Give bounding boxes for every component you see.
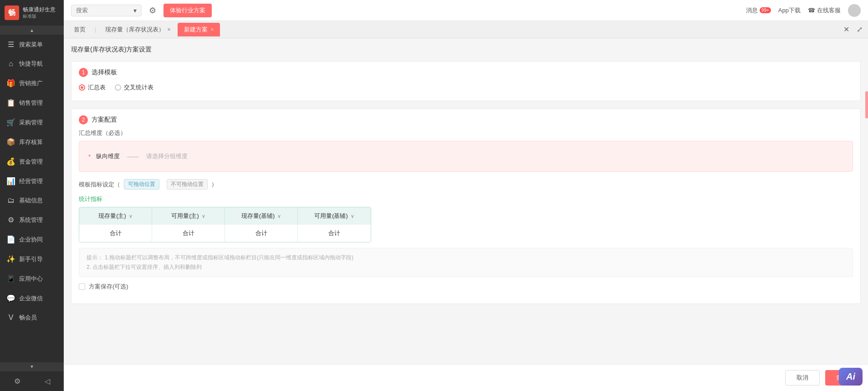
sidebar-item-finance[interactable]: 💰 资金管理 [0, 152, 64, 171]
app-center-icon: 📱 [6, 274, 15, 283]
sidebar-item-vip[interactable]: V 畅会员 [0, 308, 64, 327]
save-option: 方案保存(可选) [79, 277, 853, 296]
tab-new-scheme-close[interactable]: × [210, 26, 214, 33]
sidebar-item-label: 企业协同 [19, 236, 43, 244]
sidebar-item-quick-nav[interactable]: ⌂ 快捷导航 [0, 54, 64, 73]
summary-dimension-label: 汇总维度（必选） [79, 129, 853, 137]
tab-home[interactable]: 首页 [67, 23, 92, 36]
online-service-label: 在线客服 [817, 6, 841, 15]
sidebar-scroll-up[interactable]: ▲ [0, 26, 64, 35]
dimension-area[interactable]: * 纵向维度 —— 请选择分组维度 [79, 141, 853, 172]
step2-badge: 2 [79, 115, 88, 124]
window-controls: ✕ ⤢ [842, 25, 864, 34]
sidebar-item-base-info[interactable]: 🗂 基础信息 [0, 191, 64, 210]
home-icon: ⌂ [6, 60, 15, 68]
search-dropdown-button[interactable]: ▾ [133, 7, 137, 14]
tab-new-scheme[interactable]: 新建方案 × [178, 23, 220, 36]
trial-button[interactable]: 体验行业方案 [163, 4, 212, 17]
sidebar-item-label: 快捷导航 [19, 60, 43, 68]
tab-new-scheme-label: 新建方案 [184, 26, 208, 34]
sidebar-item-marketing[interactable]: 🎁 营销推广 [0, 73, 64, 93]
inventory-icon: 📦 [6, 138, 15, 146]
search-input[interactable] [76, 7, 131, 14]
sidebar-item-operations[interactable]: 📊 经营管理 [0, 171, 64, 191]
online-service-item[interactable]: ☎ 在线客服 [808, 6, 841, 15]
step1-title: 选择模板 [92, 68, 117, 77]
tip-title-label: 提示： [87, 254, 103, 262]
sidebar-item-label: 企业微信 [19, 294, 43, 303]
step2-body: 汇总维度（必选） * 纵向维度 —— 请选择分组维度 模板指标设定（ 可拖动位置… [71, 129, 860, 304]
col-summary-1: 合计 [183, 229, 194, 237]
col-body-3: 合计 [298, 225, 371, 242]
col-summary-2: 合计 [255, 229, 267, 237]
col-header-2[interactable]: 现存量(基辅) ∨ [225, 207, 298, 225]
sidebar-item-label: 采购管理 [19, 118, 43, 127]
step1-body: 汇总表 交叉统计表 [71, 82, 860, 101]
sidebar-item-inventory[interactable]: 📦 库存核算 [0, 132, 64, 152]
message-item[interactable]: 消息 99+ [746, 6, 771, 15]
finance-icon: 💰 [6, 157, 15, 166]
col-header-3[interactable]: 可用量(基辅) ∨ [298, 207, 371, 225]
window-close-button[interactable]: ✕ [842, 25, 851, 34]
sidebar-item-agreement[interactable]: 📄 企业协同 [0, 230, 64, 249]
draggable-tag: 可拖动位置 [124, 179, 159, 190]
step1-badge: 1 [79, 68, 88, 77]
sidebar-item-sales[interactable]: 📋 销售管理 [0, 93, 64, 113]
topbar-right: 消息 99+ App下载 ☎ 在线客服 [746, 4, 861, 17]
help-button[interactable]: ◁ [43, 375, 52, 387]
window-expand-button[interactable]: ⤢ [855, 25, 864, 34]
tab-inventory-close[interactable]: × [167, 26, 170, 33]
message-label: 消息 [746, 6, 758, 15]
ai-badge[interactable]: Ai [839, 368, 863, 386]
sidebar-item-search-menu[interactable]: ☰ 搜索菜单 [0, 35, 64, 54]
sidebar-logo: 畅 畅康通好生意 标准版 [0, 0, 64, 26]
save-checkbox[interactable] [79, 283, 85, 290]
save-option-label: 方案保存(可选) [89, 283, 128, 291]
settings-button[interactable]: ⚙ [12, 375, 22, 387]
radio-cross-label: 交叉统计表 [124, 83, 153, 92]
sidebar-item-system[interactable]: ⚙ 系统管理 [0, 210, 64, 230]
chevron-down-icon-1: ∨ [202, 213, 205, 219]
cancel-button[interactable]: 取消 [785, 370, 820, 386]
sidebar-scroll-down[interactable]: ▼ [0, 362, 64, 371]
col-summary-0: 合计 [110, 229, 122, 237]
sidebar: 畅 畅康通好生意 标准版 ▲ ☰ 搜索菜单 ⌂ 快捷导航 🎁 营销推广 📋 销售… [0, 0, 64, 391]
new-guide-icon: ✨ [6, 255, 15, 263]
sidebar-item-new-guide[interactable]: ✨ 新手引导 [0, 249, 64, 269]
tab-inventory-status[interactable]: 现存量（库存状况表） × [99, 23, 177, 36]
radio-summary[interactable]: 汇总表 [79, 83, 106, 92]
fixed-tag: 不可拖动位置 [167, 179, 208, 190]
topbar: ▾ ⚙ 体验行业方案 消息 99+ App下载 ☎ 在线客服 [64, 0, 868, 21]
avatar[interactable] [848, 4, 861, 17]
base-info-icon: 🗂 [6, 196, 15, 205]
tip-item-1: 2. 点击标题栏下拉可设置排序、插入列和删除列 [87, 263, 202, 271]
app-badge: 标准版 [23, 13, 56, 20]
sidebar-item-label: 销售管理 [19, 99, 43, 107]
col-header-label-0: 现存量(主) [98, 212, 126, 220]
gear-icon[interactable]: ⚙ [147, 4, 158, 17]
vip-icon: V [6, 314, 15, 322]
sidebar-item-label: 库存核算 [19, 138, 43, 146]
step1-header: 1 选择模板 [71, 62, 860, 82]
sidebar-item-app-center[interactable]: 📱 应用中心 [0, 269, 64, 288]
sidebar-item-wechat[interactable]: 💬 企业微信 [0, 288, 64, 308]
tab-bar: 首页 | 现存量（库存状况表） × 新建方案 × ✕ ⤢ [64, 21, 868, 38]
sidebar-item-purchase[interactable]: 🛒 采购管理 [0, 113, 64, 132]
col-header-1[interactable]: 可用量(主) ∨ [152, 207, 225, 225]
app-download-item[interactable]: App下载 [778, 6, 801, 15]
sidebar-item-label: 搜索菜单 [19, 41, 43, 49]
topbar-search[interactable]: ▾ [71, 5, 142, 16]
sidebar-item-label: 营销推广 [19, 79, 43, 87]
sidebar-item-label: 畅会员 [19, 314, 37, 322]
template-settings-label: 模板指标设定（ [79, 180, 120, 189]
radio-cross[interactable]: 交叉统计表 [115, 83, 153, 92]
sidebar-item-label: 基础信息 [19, 196, 43, 205]
stats-table: 现存量(主) ∨ 可用量(主) ∨ 现存量(基辅) ∨ 可用量(基辅) [79, 207, 371, 242]
logo-icon: 畅 [5, 5, 19, 20]
tips-area: 提示： 1.拖动标题栏可以调整布局，不可跨维度或指标区域拖动标栏目(只能在同一维… [79, 248, 853, 277]
col-header-0[interactable]: 现存量(主) ∨ [79, 207, 152, 225]
radio-summary-label: 汇总表 [88, 83, 106, 92]
sidebar-item-label: 系统管理 [19, 216, 43, 224]
footer: 取消 查询 [64, 364, 868, 391]
col-body-0: 合计 [79, 225, 152, 242]
